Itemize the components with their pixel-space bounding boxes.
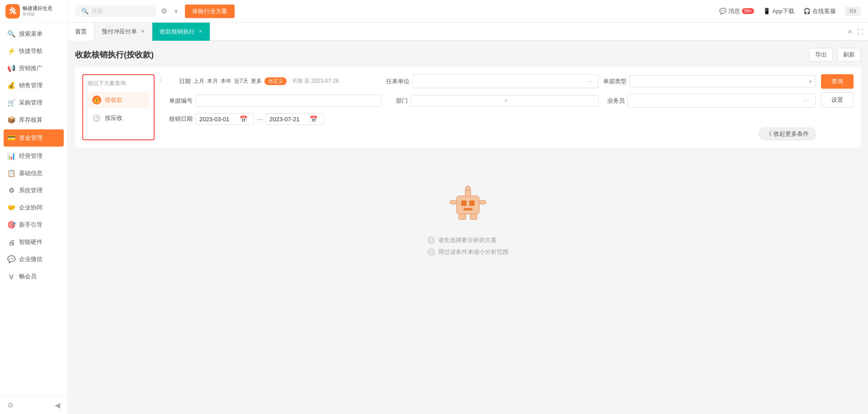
search-menu-icon: 🔍 bbox=[7, 30, 15, 38]
empty-tip-1: 1 请先选择要分析的方案 bbox=[427, 234, 509, 246]
quick-date-7days[interactable]: 近7天 bbox=[234, 76, 248, 86]
more-conditions-label: 收起更多条件 bbox=[774, 130, 809, 138]
dept-label: 部门 bbox=[386, 97, 408, 105]
counterparty-more-icon[interactable]: ··· bbox=[584, 76, 594, 86]
topbar-gear-icon[interactable]: ⚙ bbox=[161, 7, 167, 15]
filter-option-by-receivable[interactable]: 🕐 按应收 bbox=[88, 110, 149, 126]
close-prepay-tab-icon[interactable]: ✕ bbox=[141, 29, 145, 34]
sidebar-item-management[interactable]: 📊 经营管理 bbox=[0, 148, 67, 165]
empty-tip-1-text: 请先选择要分析的方案 bbox=[438, 234, 497, 246]
sidebar-item-guide[interactable]: 🎯 新手引导 bbox=[0, 216, 67, 233]
export-button[interactable]: 导出 bbox=[809, 48, 833, 62]
verify-date-from-calendar-icon[interactable]: 📅 bbox=[240, 115, 247, 123]
bill-type-field-group: 单据类型 bbox=[603, 74, 816, 88]
tab-receipt-verify-label: 收款核销执行 bbox=[160, 28, 195, 36]
topbar-search-bar[interactable]: 🔍 搜索 bbox=[75, 5, 156, 17]
sidebar-item-collab[interactable]: 🤝 企业协同 bbox=[0, 199, 67, 216]
filter-option-by-receivable-label: 按应收 bbox=[105, 114, 123, 122]
staff-more-icon[interactable]: ··· bbox=[801, 96, 811, 105]
collapse-filter-button[interactable]: 《 bbox=[155, 74, 164, 140]
sidebar-item-system[interactable]: ⚙ 系统管理 bbox=[0, 182, 67, 199]
staff-label: 业务员 bbox=[603, 97, 625, 105]
verify-date-from-input[interactable] bbox=[199, 116, 238, 123]
bill-no-input[interactable] bbox=[195, 95, 382, 107]
verify-date-separator: — bbox=[257, 116, 263, 123]
purchase-icon: 🛒 bbox=[7, 99, 15, 107]
sidebar-label-system: 系统管理 bbox=[19, 186, 42, 195]
industry-solution-button[interactable]: 体验行业方案 bbox=[185, 5, 235, 18]
sidebar-item-marketing[interactable]: 📢 营销推广 bbox=[0, 60, 67, 77]
query-button[interactable]: 查询 bbox=[821, 74, 854, 89]
sidebar-item-search[interactable]: 🔍 搜索菜单 bbox=[0, 25, 67, 43]
logo-text: 畅捷通好生意 标准版 bbox=[23, 5, 52, 17]
wecom-icon: 💬 bbox=[7, 255, 15, 263]
topbar-right: 💬 消息 99+ 📱 App下载 🎧 在线客服 Rit bbox=[719, 7, 861, 16]
tabbar-close-icon[interactable]: ✕ bbox=[847, 28, 853, 35]
empty-tip-2: 2 用过滤条件来缩小分析范围 bbox=[427, 246, 509, 258]
sidebar-item-quicknav[interactable]: ⚡ 快捷导航 bbox=[0, 43, 67, 60]
date-no-limit-text: 不限 至 2023-07-26 bbox=[292, 77, 339, 85]
verify-date-to-box[interactable]: 📅 bbox=[265, 113, 324, 125]
sidebar-item-purchase[interactable]: 🛒 采购管理 bbox=[0, 94, 67, 111]
more-conditions-row: 《 收起更多条件 bbox=[169, 125, 816, 140]
svg-rect-6 bbox=[450, 200, 457, 204]
sidebar-item-member[interactable]: V 畅会员 bbox=[0, 268, 67, 285]
bill-type-select[interactable] bbox=[629, 75, 816, 87]
empty-state-illustration bbox=[445, 180, 491, 225]
verify-date-field-group: 核销日期 📅 — 📅 bbox=[169, 113, 816, 125]
app-download-button[interactable]: 📱 App下载 bbox=[763, 7, 794, 15]
sidebar-item-inventory[interactable]: 📦 库存核算 bbox=[0, 111, 67, 128]
app-name: 畅捷通好生意 bbox=[23, 5, 52, 11]
verify-date-to-calendar-icon[interactable]: 📅 bbox=[310, 115, 317, 123]
counterparty-label: 往来单位 bbox=[386, 77, 410, 86]
sidebar-item-hardware[interactable]: 🖨 智能硬件 bbox=[0, 233, 67, 251]
tab-home[interactable]: 首页 bbox=[68, 23, 94, 41]
online-service-label: 在线客服 bbox=[812, 7, 836, 15]
user-profile-button[interactable]: Rit bbox=[845, 7, 861, 16]
filter-selector: 按以下方案查询 💰 按收款 🕐 按应收 bbox=[82, 74, 155, 140]
bill-type-select-wrap bbox=[629, 75, 816, 87]
filter-form-grid: 日期 上月 本月 本年 近7天 更多 自定义 不限 至 2023-07-26 bbox=[169, 74, 816, 140]
quicknav-icon: ⚡ bbox=[7, 47, 15, 55]
sidebar-item-basic-info[interactable]: 📋 基础信息 bbox=[0, 165, 67, 182]
tabbar-right: ✕ ⛶ bbox=[847, 28, 868, 35]
search-placeholder-text: 搜索 bbox=[91, 7, 103, 15]
filter-left: 按以下方案查询 💰 按收款 🕐 按应收 《 bbox=[82, 74, 164, 140]
collapse-sidebar-icon[interactable]: ◀ bbox=[55, 401, 60, 409]
collapse-icon: 《 bbox=[766, 130, 772, 138]
more-conditions-button[interactable]: 《 收起更多条件 bbox=[759, 128, 816, 140]
quick-date-custom[interactable]: 自定义 bbox=[264, 77, 287, 85]
dept-select-wrap[interactable]: ▾ bbox=[410, 95, 599, 106]
refresh-button[interactable]: 刷新 bbox=[837, 48, 861, 62]
page-header-actions: 导出 刷新 bbox=[809, 48, 861, 62]
empty-step-2-num: 2 bbox=[427, 248, 435, 256]
sidebar-label-finance: 资金管理 bbox=[19, 134, 42, 142]
empty-state: 1 请先选择要分析的方案 2 用过滤条件来缩小分析范围 bbox=[75, 153, 861, 285]
tabbar-expand-icon[interactable]: ⛶ bbox=[857, 28, 863, 35]
sidebar-item-wecom[interactable]: 💬 企业微信 bbox=[0, 251, 67, 268]
filter-settings-button[interactable]: 设置 bbox=[821, 92, 854, 108]
marketing-icon: 📢 bbox=[7, 64, 15, 72]
sidebar-item-sales[interactable]: 💰 销售管理 bbox=[0, 77, 67, 94]
close-receipt-verify-tab-icon[interactable]: ✕ bbox=[198, 29, 203, 34]
filter-option-by-receipt[interactable]: 💰 按收款 bbox=[88, 92, 149, 108]
search-icon: 🔍 bbox=[81, 8, 89, 14]
system-icon: ⚙ bbox=[7, 186, 15, 195]
verify-date-from-box[interactable]: 📅 bbox=[195, 113, 254, 125]
svg-rect-3 bbox=[463, 208, 472, 210]
settings-bottom-icon[interactable]: ⚙ bbox=[7, 401, 14, 409]
online-service-button[interactable]: 🎧 在线客服 bbox=[803, 7, 836, 15]
messages-button[interactable]: 💬 消息 99+ bbox=[719, 7, 754, 15]
svg-rect-2 bbox=[469, 200, 475, 206]
user-label: Rit bbox=[849, 8, 856, 14]
quick-date-last-month[interactable]: 上月 bbox=[193, 76, 204, 86]
quick-date-more[interactable]: 更多 bbox=[251, 76, 262, 86]
quick-date-this-year[interactable]: 本年 bbox=[221, 76, 231, 86]
sidebar-item-finance[interactable]: 💳 资金管理 bbox=[4, 129, 64, 147]
tab-prepay[interactable]: 预付冲应付单 ✕ bbox=[94, 23, 152, 41]
tab-receipt-verify[interactable]: 收款核销执行 ✕ bbox=[152, 23, 210, 41]
counterparty-field-group: 往来单位 ··· bbox=[386, 74, 599, 88]
verify-date-to-input[interactable] bbox=[269, 116, 308, 123]
quick-date-this-month[interactable]: 本月 bbox=[207, 76, 218, 86]
topbar-chevron-icon[interactable]: ▾ bbox=[175, 8, 178, 15]
